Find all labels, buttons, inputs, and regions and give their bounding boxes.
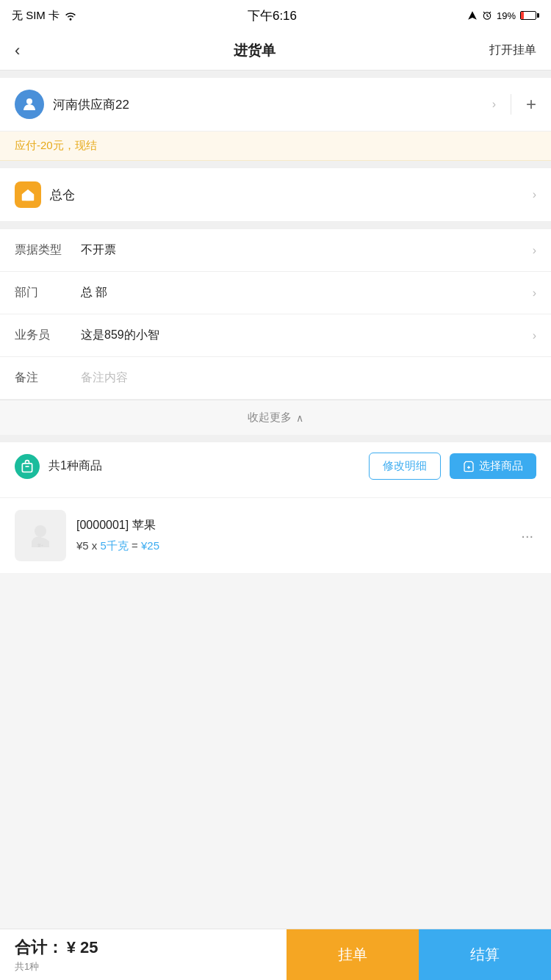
remark-row[interactable]: 备注 备注内容 xyxy=(0,357,551,400)
open-hang-button[interactable]: 打开挂单 xyxy=(489,43,536,58)
product-code: [0000001] xyxy=(76,519,132,531)
product-name: [0000001] 苹果 xyxy=(76,518,518,533)
product-item: 督+ [0000001] 苹果 ¥5 x 5千克 = ¥25 ··· xyxy=(0,497,551,573)
collapse-icon: ∧ xyxy=(296,412,303,424)
salesperson-value: 这是859的小智 xyxy=(81,328,533,343)
bottom-spacer xyxy=(0,573,551,632)
total-prefix: 合计： xyxy=(15,938,63,956)
svg-rect-2 xyxy=(26,196,30,201)
invoice-type-chevron-icon: › xyxy=(533,244,536,257)
supplier-name: 河南供应商22 xyxy=(53,96,492,113)
department-chevron-icon: › xyxy=(533,287,536,300)
location-icon xyxy=(467,10,478,21)
separator-1 xyxy=(0,71,551,78)
battery-icon xyxy=(520,11,539,20)
total-sub-label: 共1种 xyxy=(15,960,272,973)
invoice-type-value: 不开票 xyxy=(81,242,533,258)
separator-2 xyxy=(0,161,551,168)
department-value: 总 部 xyxy=(81,285,533,300)
product-thumb-icon: 督+ xyxy=(26,521,55,550)
status-time: 下午6:16 xyxy=(248,7,297,24)
select-product-label: 选择商品 xyxy=(479,459,523,473)
collapse-text: 收起更多 xyxy=(248,411,292,425)
product-more-button[interactable]: ··· xyxy=(518,527,536,544)
supplier-alert: 应付-20元，现结 xyxy=(0,131,551,161)
department-row[interactable]: 部门 总 部 › xyxy=(0,272,551,314)
products-icon xyxy=(15,454,40,479)
total-amount: ¥ 25 xyxy=(67,938,98,956)
salesperson-row[interactable]: 业务员 这是859的小智 › xyxy=(0,314,551,357)
page-title: 进货单 xyxy=(234,41,276,60)
warehouse-icon xyxy=(15,181,41,208)
bag-icon xyxy=(20,459,35,474)
remark-value: 备注内容 xyxy=(81,370,536,386)
product-title: 苹果 xyxy=(132,519,156,531)
cart-add-icon xyxy=(463,461,475,472)
product-equals: = xyxy=(132,539,141,552)
add-supplier-button[interactable]: + xyxy=(511,94,536,115)
nav-bar: ‹ 进货单 打开挂单 xyxy=(0,31,551,71)
warehouse-row[interactable]: 总仓 › xyxy=(0,168,551,222)
supplier-avatar xyxy=(15,90,44,119)
svg-text:督+: 督+ xyxy=(37,543,43,547)
hang-button[interactable]: 挂单 xyxy=(287,929,419,980)
salesperson-label: 业务员 xyxy=(15,328,73,343)
svg-point-1 xyxy=(26,98,32,104)
invoice-type-row[interactable]: 票据类型 不开票 › xyxy=(0,229,551,272)
product-total: ¥25 xyxy=(141,539,159,552)
status-carrier: 无 SIM 卡 xyxy=(12,9,77,23)
checkout-button[interactable]: 结算 xyxy=(419,929,551,980)
warehouse-chevron-icon: › xyxy=(533,188,536,201)
product-qty: 5千克 xyxy=(101,539,129,552)
alarm-icon xyxy=(482,10,492,21)
back-button[interactable]: ‹ xyxy=(15,41,20,60)
edit-detail-button[interactable]: 修改明细 xyxy=(369,453,441,480)
collapse-button[interactable]: 收起更多 ∧ xyxy=(0,400,551,435)
svg-rect-3 xyxy=(22,463,32,472)
status-right: 19% xyxy=(467,10,539,21)
form-section: 票据类型 不开票 › 部门 总 部 › 业务员 这是859的小智 › 备注 备注… xyxy=(0,229,551,435)
supplier-chevron-icon: › xyxy=(492,98,496,111)
person-icon xyxy=(21,96,38,113)
bottom-bar: 合计： ¥ 25 共1种 挂单 结算 xyxy=(0,929,551,980)
department-label: 部门 xyxy=(15,285,73,300)
separator-3 xyxy=(0,222,551,229)
product-unit-price: ¥5 x xyxy=(76,539,101,552)
wifi-icon xyxy=(64,10,77,21)
home-icon xyxy=(20,187,36,203)
product-price-row: ¥5 x 5千克 = ¥25 xyxy=(76,539,518,553)
battery-percent: 19% xyxy=(497,10,516,21)
select-product-button[interactable]: 选择商品 xyxy=(450,453,536,479)
total-section: 合计： ¥ 25 共1种 xyxy=(0,929,287,980)
products-section: 共1种商品 修改明细 选择商品 督+ [0000001] 苹果 xyxy=(0,442,551,573)
supplier-section: 河南供应商22 › + 应付-20元，现结 xyxy=(0,78,551,161)
separator-4 xyxy=(0,435,551,442)
product-thumbnail: 督+ xyxy=(15,510,66,561)
products-count: 共1种商品 xyxy=(48,458,360,474)
svg-point-7 xyxy=(35,525,46,537)
carrier-text: 无 SIM 卡 xyxy=(12,9,60,23)
total-label: 合计： ¥ 25 xyxy=(15,937,272,959)
invoice-type-label: 票据类型 xyxy=(15,242,73,258)
remark-label: 备注 xyxy=(15,370,73,386)
warehouse-name: 总仓 xyxy=(50,187,533,203)
salesperson-chevron-icon: › xyxy=(533,329,536,342)
status-bar: 无 SIM 卡 下午6:16 19% xyxy=(0,0,551,31)
supplier-row[interactable]: 河南供应商22 › + xyxy=(0,78,551,131)
product-info: [0000001] 苹果 ¥5 x 5千克 = ¥25 xyxy=(76,518,518,553)
warehouse-section: 总仓 › xyxy=(0,168,551,222)
products-header: 共1种商品 修改明细 选择商品 xyxy=(0,442,551,490)
